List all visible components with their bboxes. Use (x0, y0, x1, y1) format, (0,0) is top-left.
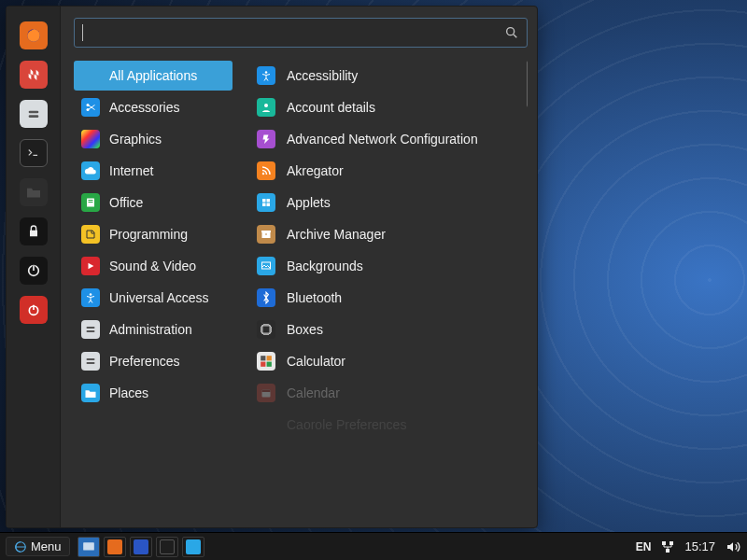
search-icon (504, 25, 519, 40)
svg-rect-33 (262, 390, 271, 393)
network-tray-icon[interactable] (660, 539, 675, 554)
fav-terminal[interactable] (20, 139, 48, 167)
category-universal-access[interactable]: Universal Access (74, 283, 233, 313)
rss-icon (257, 161, 275, 180)
fav-transmission[interactable] (20, 61, 48, 89)
category-label: Universal Access (109, 290, 209, 305)
app-backgrounds[interactable]: Backgrounds (249, 251, 528, 281)
search-input[interactable] (74, 18, 528, 48)
app-calendar[interactable]: Calendar (249, 378, 528, 408)
app-label: Account details (287, 100, 375, 115)
category-label: Preferences (109, 354, 179, 369)
fav-shutdown[interactable] (20, 296, 48, 324)
firefox-icon (25, 27, 42, 44)
task-terminal[interactable] (156, 537, 178, 557)
app-label: Calendar (287, 385, 340, 400)
app-overflow[interactable]: Caorole Preferences (249, 410, 528, 440)
app-boxes[interactable]: Boxes (249, 315, 528, 344)
fav-logout[interactable] (20, 257, 48, 285)
clock[interactable]: 15:17 (684, 539, 715, 553)
scissors-icon (81, 98, 100, 117)
category-label: Internet (109, 163, 153, 178)
task-mail[interactable] (130, 537, 152, 557)
mail-icon (134, 539, 148, 554)
app-applets[interactable]: Applets (249, 188, 528, 217)
app-bluetooth[interactable]: Bluetooth (249, 283, 528, 313)
svg-rect-2 (28, 115, 38, 118)
firefox-icon (107, 539, 122, 554)
lock-icon (26, 224, 41, 239)
programming-icon (81, 225, 100, 244)
taskbar: Menu EN 15:17 (0, 532, 747, 560)
power-icon (26, 302, 41, 317)
menu-logo-icon (14, 540, 27, 553)
svg-rect-37 (669, 541, 673, 545)
system-tray: EN 15:17 (636, 539, 741, 554)
volume-tray-icon[interactable] (725, 539, 741, 554)
category-sound-video[interactable]: Sound & Video (74, 251, 233, 281)
fav-lock[interactable] (20, 217, 48, 245)
app-label: Advanced Network Configuration (287, 132, 478, 147)
svg-rect-28 (261, 356, 265, 360)
app-account-details[interactable]: Account details (249, 92, 528, 122)
app-archive-manager[interactable]: Archive Manager (249, 219, 528, 249)
fav-firefox[interactable] (20, 21, 48, 49)
category-administration[interactable]: Administration (74, 315, 233, 344)
svg-point-11 (90, 293, 92, 296)
all-apps-icon (81, 66, 100, 85)
terminal-icon (160, 539, 175, 554)
app-label: Boxes (287, 322, 323, 337)
svg-rect-14 (87, 358, 95, 360)
brightness-icon (26, 106, 41, 121)
svg-rect-1 (28, 111, 38, 114)
fav-files-dim[interactable] (20, 178, 48, 206)
svg-rect-22 (267, 203, 271, 207)
scrollbar-thumb[interactable] (527, 61, 528, 107)
app-calculator[interactable]: Calculator (249, 346, 528, 376)
category-label: Programming (109, 227, 188, 242)
category-office[interactable]: Office (74, 188, 233, 217)
category-accessories[interactable]: Accessories (74, 92, 233, 122)
text-caret (82, 24, 83, 41)
boxes-icon (257, 320, 275, 339)
category-graphics[interactable]: Graphics (74, 124, 233, 154)
svg-point-5 (507, 28, 514, 35)
network-icon (257, 130, 275, 148)
task-files[interactable] (182, 537, 204, 557)
access-icon (81, 288, 100, 307)
category-internet[interactable]: Internet (74, 156, 233, 186)
files-icon (186, 539, 201, 554)
terminal-icon (27, 147, 40, 159)
application-list: Accessibility Account details Advanced N… (233, 61, 528, 520)
keyboard-language[interactable]: EN (636, 540, 652, 553)
svg-rect-31 (267, 362, 272, 367)
app-advanced-network[interactable]: Advanced Network Configuration (249, 124, 528, 154)
svg-point-18 (262, 173, 265, 175)
folder-icon (25, 186, 42, 199)
admin-icon (81, 320, 100, 339)
menu-button[interactable]: Menu (6, 537, 70, 556)
bluetooth-icon (257, 288, 275, 307)
category-all-applications[interactable]: All Applications (74, 61, 233, 91)
category-programming[interactable]: Programming (74, 219, 233, 249)
task-show-desktop[interactable] (78, 537, 100, 557)
office-icon (81, 193, 100, 212)
task-firefox[interactable] (104, 537, 126, 557)
svg-rect-20 (267, 199, 271, 203)
category-preferences[interactable]: Preferences (74, 346, 233, 376)
svg-rect-15 (87, 362, 95, 364)
svg-point-16 (265, 71, 268, 74)
svg-point-17 (264, 104, 268, 107)
app-label: Caorole Preferences (287, 417, 406, 432)
app-akregator[interactable]: Akregator (249, 156, 528, 186)
show-desktop-icon (82, 541, 95, 553)
blank-icon (257, 415, 275, 434)
category-label: All Applications (109, 68, 197, 83)
fav-brightness[interactable] (20, 100, 48, 128)
transmission-icon (26, 67, 41, 82)
category-places[interactable]: Places (74, 378, 233, 408)
graphics-icon (81, 130, 100, 148)
applets-icon (257, 193, 275, 212)
app-accessibility[interactable]: Accessibility (249, 61, 528, 91)
search-field[interactable] (91, 25, 497, 40)
